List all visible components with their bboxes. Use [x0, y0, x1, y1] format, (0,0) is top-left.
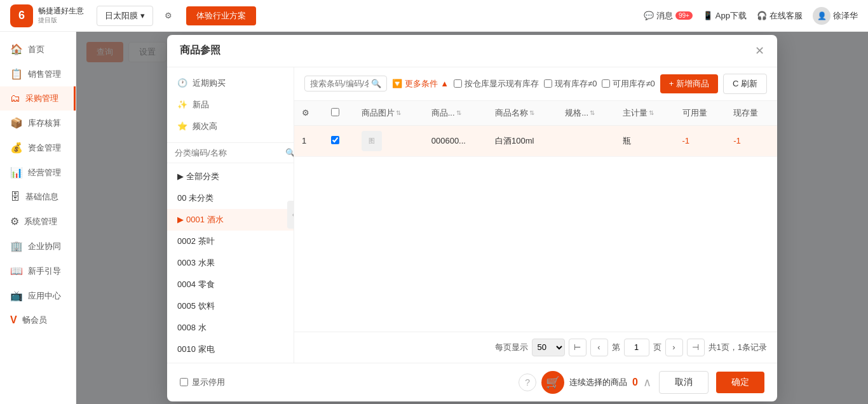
warehouse-label: 按仓库显示现有库存 — [465, 78, 539, 90]
cat-item-0003[interactable]: 0003 水果 — [167, 252, 294, 274]
warehouse-checkbox-group[interactable]: 按仓库显示现有库存 — [454, 78, 539, 90]
row-checkbox[interactable] — [331, 136, 339, 144]
left-tab-frequent[interactable]: ⭐ 频次高 — [167, 116, 294, 137]
table-body: 1 图 000600... 白酒100ml 瓶 -1 -1 — [294, 125, 777, 156]
table-row[interactable]: 1 图 000600... 白酒100ml 瓶 -1 -1 — [294, 125, 777, 156]
page-number-input[interactable] — [624, 339, 649, 356]
confirm-button[interactable]: 确定 — [716, 372, 764, 393]
first-page-button[interactable]: ⊢ — [569, 339, 587, 356]
mobile-icon: 📱 — [703, 11, 713, 20]
sidebar-item-operations[interactable]: 📊 经营管理 — [0, 160, 76, 185]
cart-icon: 🛒 — [546, 375, 560, 389]
category-list: ▶ 全部分类 00 未分类 ▶ 0001 酒水 0002 茶 — [167, 163, 294, 363]
cat-label-0003: 0003 水果 — [177, 257, 215, 269]
cart-icon-button[interactable]: 🛒 — [541, 371, 564, 394]
show-disabled-group[interactable]: 显示停用 — [180, 377, 225, 388]
left-tab-new[interactable]: ✨ 新品 — [167, 94, 294, 116]
cat-label-all: 全部分类 — [186, 171, 219, 182]
finance-icon: 💰 — [10, 142, 23, 154]
sidebar: 🏠 首页 📋 销售管理 🗂 采购管理 📦 库存核算 💰 资金管理 📊 经营管理 … — [0, 32, 76, 404]
online-service-button[interactable]: 🎧 在线客服 — [757, 10, 803, 22]
cart-count: 0 — [632, 377, 638, 388]
th-code-sort[interactable]: 商品...⇅ — [431, 107, 480, 119]
appcenter-icon: 📺 — [10, 290, 23, 302]
sidebar-item-guide[interactable]: 📖 新手引导 — [0, 259, 76, 283]
th-image-sort[interactable]: 商品图片⇅ — [362, 107, 416, 119]
gear-button[interactable]: ⚙ — [158, 6, 179, 26]
product-search-input[interactable] — [310, 79, 369, 88]
sidebar-item-sales[interactable]: 📋 销售管理 — [0, 62, 76, 86]
sort-icon-spec: ⇅ — [590, 109, 595, 116]
sidebar-item-inventory[interactable]: 📦 库存核算 — [0, 111, 76, 135]
modal-close-button[interactable]: ✕ — [755, 44, 764, 58]
stock-ne0-checkbox-group[interactable]: 现有库存≠0 — [544, 78, 597, 90]
th-code-label: 商品... — [431, 107, 455, 119]
avail-ne0-checkbox-group[interactable]: 可用库存≠0 — [602, 78, 654, 90]
cancel-button[interactable]: 取消 — [659, 371, 709, 394]
gear-icon: ⚙ — [165, 11, 172, 20]
cat-item-0005[interactable]: 0005 饮料 — [167, 295, 294, 317]
right-panel: 🔍 🔽 更多条件 ▲ 按仓库显示现有库存 — [294, 67, 777, 363]
help-button[interactable]: ? — [519, 374, 536, 391]
stock-ne0-checkbox[interactable] — [544, 79, 552, 88]
panel-collapse-button[interactable]: « — [287, 201, 294, 229]
sidebar-item-home[interactable]: 🏠 首页 — [0, 37, 76, 62]
sidebar-item-enterprise[interactable]: 🏢 企业协同 — [0, 234, 76, 259]
cat-item-0008[interactable]: 0008 水 — [167, 317, 294, 339]
warehouse-checkbox[interactable] — [454, 79, 462, 88]
th-checkbox[interactable] — [323, 101, 353, 126]
sidebar-item-finance[interactable]: 💰 资金管理 — [0, 135, 76, 160]
modal-overlay: 商品参照 ✕ 🕐 近期购买 ✨ — [76, 32, 868, 404]
filter-button[interactable]: 🔽 更多条件 ▲ — [392, 78, 449, 90]
settings-icon: ⚙ — [302, 108, 309, 118]
nav-selector[interactable]: 日太阳膜 ▾ — [97, 6, 153, 26]
sales-icon: 📋 — [10, 68, 23, 80]
category-search-input[interactable] — [175, 148, 281, 158]
th-available-label: 可用量 — [682, 108, 707, 118]
avail-ne0-checkbox[interactable] — [602, 79, 610, 88]
refresh-button[interactable]: C 刷新 — [723, 74, 767, 94]
cart-collapse-button[interactable]: ∧ — [643, 375, 651, 389]
cell-checkbox[interactable] — [323, 125, 353, 156]
prev-page-button[interactable]: ‹ — [590, 339, 608, 356]
cell-available: -1 — [675, 125, 726, 156]
cat-item-0004[interactable]: 0004 零食 — [167, 274, 294, 295]
th-settings[interactable]: ⚙ — [294, 101, 323, 126]
cat-item-0001[interactable]: ▶ 0001 酒水 — [167, 209, 294, 231]
purchase-icon: 🗂 — [10, 93, 20, 104]
cta-button[interactable]: 体验行业方案 — [186, 6, 256, 25]
select-all-checkbox[interactable] — [331, 108, 339, 116]
th-available: 可用量 — [675, 101, 726, 126]
th-name-sort[interactable]: 商品名称⇅ — [495, 107, 550, 119]
cart-label: 连续选择的商品 — [569, 377, 627, 388]
user-name: 徐泽华 — [833, 10, 858, 22]
sidebar-item-purchase[interactable]: 🗂 采购管理 — [0, 86, 76, 111]
cell-seq: 1 — [294, 125, 323, 156]
cell-stock: -1 — [726, 125, 777, 156]
messages-button[interactable]: 💬 消息 99+ — [644, 10, 693, 22]
th-unit-sort[interactable]: 主计量⇅ — [623, 107, 667, 119]
last-page-button[interactable]: ⊣ — [687, 339, 705, 356]
left-tab-recent[interactable]: 🕐 近期购买 — [167, 72, 294, 94]
show-disabled-checkbox[interactable] — [180, 378, 188, 386]
table-header-row: ⚙ 商品图片⇅ 商品...⇅ 商品名称⇅ 规格...⇅ 主计量⇅ 可用量 现存 — [294, 101, 777, 126]
sidebar-item-appcenter[interactable]: 📺 应用中心 — [0, 283, 76, 308]
online-service-label: 在线客服 — [770, 10, 803, 22]
add-product-button[interactable]: + 新增商品 — [660, 74, 718, 93]
avatar: 👤 — [813, 7, 831, 25]
cat-item-00[interactable]: 00 未分类 — [167, 187, 294, 209]
cat-item-0010[interactable]: 0010 家电 — [167, 339, 294, 360]
search-icon[interactable]: 🔍 — [285, 148, 294, 158]
app-download-button[interactable]: 📱 App下载 — [703, 10, 747, 22]
cat-item-all[interactable]: ▶ 全部分类 — [167, 166, 294, 187]
sidebar-item-basic[interactable]: 🗄 基础信息 — [0, 185, 76, 209]
cat-item-0002[interactable]: 0002 茶叶 — [167, 231, 294, 252]
per-page-select[interactable]: 50 10 20 100 — [532, 339, 565, 356]
arrow-icon: ▶ — [177, 172, 184, 181]
user-area[interactable]: 👤 徐泽华 — [813, 7, 858, 25]
sidebar-item-member[interactable]: V 畅会员 — [0, 308, 76, 332]
th-spec-sort[interactable]: 规格...⇅ — [565, 107, 607, 119]
next-page-button[interactable]: › — [665, 339, 683, 356]
sidebar-item-system[interactable]: ⚙ 系统管理 — [0, 209, 76, 234]
search-submit-icon[interactable]: 🔍 — [371, 79, 381, 88]
